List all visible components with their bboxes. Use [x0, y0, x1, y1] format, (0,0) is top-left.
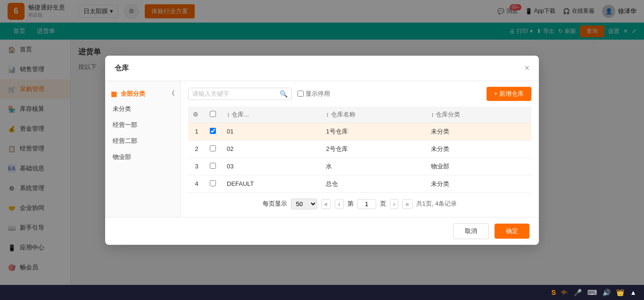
col-settings: ⚙ — [188, 107, 205, 123]
row-checkbox[interactable] — [210, 180, 216, 186]
collapse-button[interactable]: 《 — [169, 90, 174, 98]
row-code: DEFAULT — [222, 175, 321, 192]
last-page-button[interactable]: » — [402, 199, 412, 209]
table-row[interactable]: 2 02 2号仓库 未分类 — [188, 140, 531, 158]
row-checkbox-cell[interactable] — [205, 123, 222, 140]
page-label-di: 第 — [347, 200, 354, 208]
row-name: 总仓 — [321, 175, 426, 192]
cancel-button[interactable]: 取消 — [453, 223, 489, 239]
keyboard-icon[interactable]: ⌨ — [587, 289, 597, 296]
row-num: 3 — [188, 158, 205, 175]
sort-icon-name: ↕ — [326, 111, 329, 118]
page-number-input[interactable] — [357, 199, 376, 209]
col-category: ↕ 仓库分类 — [426, 107, 531, 123]
col-checkbox — [205, 107, 222, 123]
category-item-unclassified[interactable]: 未分类 — [105, 101, 180, 117]
sort-icon-cat: ↕ — [431, 111, 434, 118]
table-row[interactable]: 4 DEFAULT 总仓 未分类 — [188, 175, 531, 192]
prev-page-button[interactable]: ‹ — [335, 199, 343, 209]
microphone-icon[interactable]: 🎤 — [574, 289, 582, 296]
row-name: 1号仓库 — [321, 123, 426, 140]
show-disabled-checkbox[interactable] — [297, 91, 304, 97]
category-sidebar: ▦ 全部分类 《 未分类 经营一部 经营二部 物业部 — [105, 81, 181, 217]
row-checkbox[interactable] — [210, 128, 216, 134]
first-page-button[interactable]: « — [321, 199, 331, 209]
table-row[interactable]: 3 03 水 物业部 — [188, 158, 531, 175]
category-item-dept2[interactable]: 经营二部 — [105, 133, 180, 149]
bottom-bar: S 中· 🎤 ⌨ 🔊 👑 ▲ — [0, 285, 644, 300]
row-code: 01 — [222, 123, 321, 140]
row-checkbox-cell[interactable] — [205, 175, 222, 192]
page-label: 页 — [380, 200, 386, 208]
input-method-icon[interactable]: S — [552, 289, 556, 296]
row-name: 水 — [321, 158, 426, 175]
total-info: 共1页, 4条记录 — [416, 200, 457, 208]
row-code: 03 — [222, 158, 321, 175]
row-checkbox-cell[interactable] — [205, 158, 222, 175]
warehouse-table: ⚙ ↕ 仓库... ↕ 仓库名称 — [188, 107, 531, 193]
row-checkbox-cell[interactable] — [205, 140, 222, 158]
select-all-checkbox[interactable] — [210, 111, 216, 117]
row-category: 未分类 — [426, 123, 531, 140]
add-warehouse-button[interactable]: + 新增仓库 — [487, 87, 531, 101]
page-size-select: 50 10 20 100 — [291, 199, 317, 209]
row-category: 未分类 — [426, 175, 531, 192]
row-name: 2号仓库 — [321, 140, 426, 158]
sort-icon: ↕ — [227, 111, 230, 118]
category-header: ▦ 全部分类 《 — [105, 87, 180, 101]
table-wrapper: ⚙ ↕ 仓库... ↕ 仓库名称 — [188, 107, 531, 193]
col-code: ↕ 仓库... — [222, 107, 321, 123]
table-row[interactable]: 1 01 1号仓库 未分类 — [188, 123, 531, 140]
row-code: 02 — [222, 140, 321, 158]
category-item-property[interactable]: 物业部 — [105, 149, 180, 165]
show-disabled-toggle[interactable]: 显示停用 — [297, 90, 330, 98]
row-category: 物业部 — [426, 158, 531, 175]
warehouse-modal: 仓库 × ▦ 全部分类 《 未分类 经营一部 — [105, 56, 539, 245]
row-category: 未分类 — [426, 140, 531, 158]
confirm-button[interactable]: 确定 — [495, 224, 529, 239]
chevron-up-icon[interactable]: ▲ — [630, 289, 636, 296]
row-checkbox[interactable] — [210, 145, 216, 151]
modal-header: 仓库 × — [105, 56, 539, 81]
row-num: 1 — [188, 123, 205, 140]
input-label: 中· — [561, 289, 568, 296]
row-checkbox[interactable] — [210, 163, 216, 169]
pagination-bar: 每页显示 50 10 20 100 « ‹ 第 页 › — [188, 193, 531, 211]
crown-icon[interactable]: 👑 — [616, 289, 624, 296]
col-name: ↕ 仓库名称 — [321, 107, 426, 123]
speaker-icon[interactable]: 🔊 — [603, 289, 611, 296]
search-bar: 🔍 显示停用 + 新增仓库 — [188, 87, 531, 101]
modal-close-button[interactable]: × — [524, 63, 529, 73]
search-input-wrap: 🔍 — [188, 88, 292, 100]
modal-body: ▦ 全部分类 《 未分类 经营一部 经营二部 物业部 — [105, 81, 539, 217]
category-item-dept1[interactable]: 经营一部 — [105, 117, 180, 133]
grid-icon: ▦ — [111, 90, 117, 98]
row-num: 2 — [188, 140, 205, 158]
all-categories-label[interactable]: 全部分类 — [121, 90, 145, 98]
row-num: 4 — [188, 175, 205, 192]
modal-overlay: 仓库 × ▦ 全部分类 《 未分类 经营一部 — [0, 0, 644, 300]
search-input[interactable] — [192, 90, 280, 97]
modal-title: 仓库 — [115, 64, 129, 73]
search-icon: 🔍 — [280, 90, 288, 98]
modal-right-panel: 🔍 显示停用 + 新增仓库 ⚙ — [181, 81, 539, 217]
page-size-dropdown[interactable]: 50 10 20 100 — [291, 199, 317, 209]
next-page-button[interactable]: › — [390, 199, 398, 209]
show-disabled-label: 显示停用 — [305, 90, 330, 98]
page-size-label: 每页显示 — [263, 200, 287, 208]
modal-footer: 取消 确定 — [105, 217, 539, 245]
